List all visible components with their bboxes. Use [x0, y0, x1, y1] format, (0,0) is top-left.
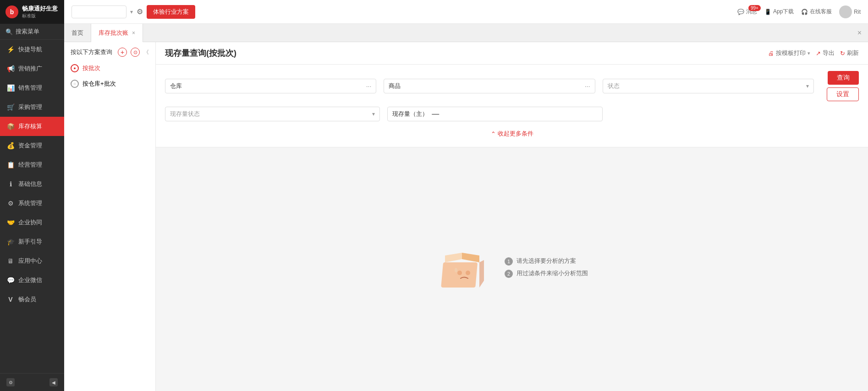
app-download-icon: 📱 — [764, 9, 771, 15]
status-arrow: ▾ — [806, 83, 809, 89]
tab-close-btn[interactable]: × — [857, 29, 862, 37]
scheme-item-batch[interactable]: ● 按批次 — [64, 60, 155, 76]
sidebar-item-label: 营销推广 — [18, 65, 42, 73]
sidebar-item-label: 资金管理 — [18, 141, 42, 150]
page-actions: 🖨 按模板打印 ▾ ↗ 导出 ↻ 刷新 — [768, 49, 859, 57]
panel-add-btn[interactable]: + — [118, 48, 127, 57]
topbar-gear-icon[interactable]: ⚙ — [137, 7, 143, 16]
user-menu[interactable]: Rit — [839, 5, 861, 18]
page-header: 现存量查询(按批次) 🖨 按模板打印 ▾ ↗ 导出 ↻ 刷新 — [156, 42, 868, 65]
scroll-down-btn[interactable]: ◀ — [49, 378, 58, 386]
warehouse-dots[interactable]: ··· — [366, 82, 372, 90]
topbar-search-input[interactable] — [71, 5, 126, 18]
enterprise-icon: 🤝 — [6, 218, 15, 227]
search-menu-item[interactable]: 🔍 搜索菜单 — [0, 24, 64, 40]
sidebar-item-label: 畅会员 — [18, 295, 36, 304]
topbar-chevron-icon[interactable]: ▾ — [130, 9, 133, 15]
export-btn[interactable]: ↗ 导出 — [816, 49, 835, 57]
refresh-label: 刷新 — [847, 49, 859, 57]
panel-collapse-btn[interactable]: 《 — [143, 49, 149, 56]
operations-icon: 📋 — [6, 161, 15, 169]
product-dots[interactable]: ··· — [585, 82, 590, 90]
sidebar-item-basic-info[interactable]: ℹ 基础信息 — [0, 174, 64, 194]
tab-close-icon[interactable]: × — [132, 30, 135, 36]
tabbar: 首页 库存批次账 × × — [64, 24, 868, 42]
tab-inventory-batch-label: 库存批次账 — [99, 29, 128, 37]
stock-qty-label: 现存量（主） — [392, 110, 428, 118]
set-btn[interactable]: 设置 — [827, 87, 859, 101]
weixin-icon: 💬 — [6, 276, 15, 284]
shortcut-icon: ⚡ — [6, 45, 15, 54]
sidebar-item-inventory[interactable]: 📦 库存核算 — [0, 117, 64, 136]
scheme-item-warehouse-batch[interactable]: ○ 按仓库+批次 — [64, 76, 155, 92]
svg-marker-2 — [462, 253, 479, 262]
panel-settings-btn[interactable]: ⊙ — [131, 48, 140, 57]
app-download-btn[interactable]: 📱 App下载 — [764, 8, 794, 16]
search-icon: 🔍 — [5, 28, 13, 35]
experience-btn[interactable]: 体验行业方案 — [147, 5, 195, 19]
stock-status-label: 现存量状态 — [170, 110, 372, 118]
sidebar-item-system[interactable]: ⚙ 系统管理 — [0, 194, 64, 213]
messages-btn[interactable]: 💬 消息 99+ — [737, 8, 757, 16]
sales-icon: 📊 — [6, 84, 15, 92]
app-center-icon: 🖥 — [6, 257, 15, 265]
collapse-icon: ⌃ — [491, 130, 496, 137]
message-icon: 💬 — [737, 9, 744, 15]
sidebar-item-label: 库存核算 — [18, 122, 42, 130]
app-name: 畅康通好生意 — [22, 5, 58, 13]
svg-marker-1 — [445, 253, 462, 262]
sidebar-item-weixin[interactable]: 💬 企业微信 — [0, 271, 64, 290]
app-download-label: App下载 — [773, 8, 794, 16]
topbar-right: 💬 消息 99+ 📱 App下载 🎧 在线客服 Rit — [737, 5, 861, 18]
collapse-label: 收起更多条件 — [498, 130, 533, 138]
sidebar-item-marketing[interactable]: 📢 营销推广 — [0, 59, 64, 78]
empty-svg — [436, 242, 491, 297]
sidebar-item-finance[interactable]: 💰 资金管理 — [0, 136, 64, 155]
refresh-btn[interactable]: ↻ 刷新 — [840, 49, 859, 57]
online-service-btn[interactable]: 🎧 在线客服 — [801, 8, 832, 16]
sidebar-item-purchase[interactable]: 🛒 采购管理 — [0, 98, 64, 117]
export-label: 导出 — [823, 49, 835, 57]
panel-header: 按以下方案查询 + ⊙ 《 — [64, 42, 155, 60]
purchase-icon: 🛒 — [6, 103, 15, 111]
sidebar-item-sales[interactable]: 📊 销售管理 — [0, 78, 64, 98]
sidebar-item-app-center[interactable]: 🖥 应用中心 — [0, 251, 64, 271]
stock-qty-filter[interactable]: 现存量（主） — — [387, 107, 602, 121]
print-icon: 🖨 — [768, 50, 774, 57]
svg-marker-3 — [479, 260, 484, 288]
empty-state: 1 请先选择要分析的方案 2 用过滤条件来缩小分析范围 — [156, 147, 868, 391]
app-brand: 畅康通好生意 标准版 — [22, 5, 58, 19]
print-btn[interactable]: 🖨 按模板打印 ▾ — [768, 49, 810, 57]
right-panel: 现存量查询(按批次) 🖨 按模板打印 ▾ ↗ 导出 ↻ 刷新 — [156, 42, 868, 391]
app-edition: 标准版 — [22, 13, 58, 19]
warehouse-filter[interactable]: 仓库 ··· — [165, 79, 376, 93]
scroll-up-btn[interactable]: ⚙ — [6, 378, 15, 386]
panel-actions: + ⊙ 《 — [118, 48, 149, 57]
service-icon: 🎧 — [801, 9, 808, 15]
query-btn[interactable]: 查询 — [828, 71, 859, 85]
sidebar-item-label: 采购管理 — [18, 103, 42, 111]
sidebar: b 畅康通好生意 标准版 🔍 搜索菜单 ⚡ 快捷导航 📢 营销推广 📊 销售管理… — [0, 0, 64, 391]
tab-inventory-batch[interactable]: 库存批次账 × — [91, 24, 143, 42]
sidebar-item-enterprise[interactable]: 🤝 企业协同 — [0, 213, 64, 232]
stock-status-filter[interactable]: 现存量状态 ▾ — [165, 107, 380, 121]
empty-hint-2: 2 用过滤条件来缩小分析范围 — [505, 269, 588, 278]
empty-hint-1: 1 请先选择要分析的方案 — [505, 257, 588, 266]
content-area: 按以下方案查询 + ⊙ 《 ● 按批次 ○ 按仓库+批次 现存量查询(按批次) — [64, 42, 868, 391]
sidebar-item-member[interactable]: V 畅会员 — [0, 290, 64, 309]
sidebar-item-newbie[interactable]: 🎓 新手引导 — [0, 232, 64, 251]
filter-row-1: 仓库 ··· 商品 ··· 状态 ▾ 查询 设置 — [165, 71, 859, 101]
username: Rit — [854, 9, 861, 15]
print-chevron-icon[interactable]: ▾ — [808, 50, 810, 56]
product-filter[interactable]: 商品 ··· — [384, 79, 595, 93]
scheme-batch-label: 按批次 — [82, 64, 100, 72]
sidebar-item-shortcut[interactable]: ⚡ 快捷导航 — [0, 40, 64, 59]
collapse-btn[interactable]: ⌃ 收起更多条件 — [165, 127, 859, 141]
sidebar-item-operations[interactable]: 📋 经营管理 — [0, 155, 64, 174]
status-filter[interactable]: 状态 ▾ — [603, 79, 814, 93]
topbar: ▾ ⚙ 体验行业方案 💬 消息 99+ 📱 App下载 🎧 在线客服 Rit — [64, 0, 868, 24]
tab-home[interactable]: 首页 — [64, 24, 91, 42]
empty-illustration — [436, 242, 491, 297]
inventory-icon: 📦 — [6, 122, 15, 130]
filter-row-2: 现存量状态 ▾ 现存量（主） — — [165, 107, 859, 121]
